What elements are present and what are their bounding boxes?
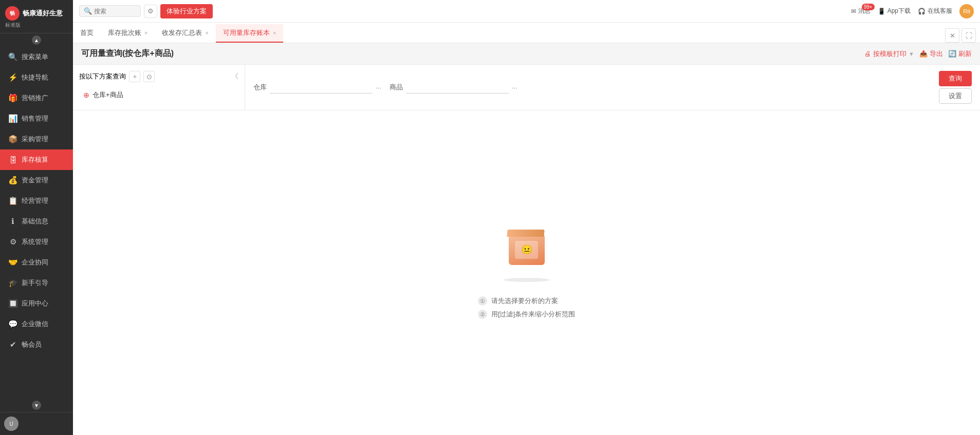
scheme-label: 按以下方案查询 (79, 72, 126, 81)
step-2-text: 用[过滤]条件来缩小分析范围 (491, 310, 575, 319)
scheme-item-label: 仓库+商品 (93, 90, 123, 100)
warehouse-label: 仓库 (253, 83, 267, 92)
sidebar-icon-3: 📊 (8, 114, 17, 123)
logo-icon: 畅 (5, 6, 20, 21)
empty-state: 😐 ① 请先选择要分析的方案 ② (73, 110, 980, 435)
sidebar-item-采购管理[interactable]: 📦 采购管理 (0, 129, 73, 149)
tab-可用量库存账本[interactable]: 可用量库存账本× (216, 24, 283, 43)
sidebar-label-3: 销售管理 (22, 114, 48, 123)
message-badge: 99+ (862, 4, 875, 10)
maximize-tab-btn[interactable]: ⛶ (961, 28, 976, 43)
sidebar-header: 畅 畅康通好生意 标准版 (0, 0, 73, 33)
collapse-icon[interactable]: 《 (231, 72, 238, 81)
top-bar-left: 🔍 ⚙ 体验行业方案 (79, 4, 847, 18)
export-icon: 📤 (919, 50, 928, 58)
sidebar-icon-0: 🔍 (8, 52, 17, 62)
robot-face: 😐 (515, 241, 538, 259)
sidebar-item-基础信息[interactable]: ℹ 基础信息 (0, 211, 73, 232)
scheme-item-icon: ⊕ (83, 91, 89, 99)
sidebar-label-14: 畅会员 (22, 340, 42, 349)
app-download-btn[interactable]: 📱 App下载 (878, 7, 911, 15)
search-box[interactable]: 🔍 (79, 5, 141, 17)
top-bar: 🔍 ⚙ 体验行业方案 ✉ 消息 99+ 📱 App下载 🎧 在线 (73, 0, 980, 23)
close-tab-btn[interactable]: ✕ (945, 28, 959, 43)
industry-btn[interactable]: 体验行业方案 (160, 4, 213, 18)
tab-close-1[interactable]: × (144, 30, 147, 36)
refresh-btn[interactable]: 🔄 刷新 (948, 49, 972, 59)
sidebar-icon-8: ℹ (8, 217, 17, 226)
tab-close-3[interactable]: × (273, 30, 276, 36)
setting-scheme-btn[interactable]: ⊙ (143, 71, 155, 82)
scheme-item-warehouse-product[interactable]: ⊕ 仓库+商品 (79, 87, 238, 103)
sidebar-label-0: 搜索菜单 (22, 52, 48, 62)
print-btn[interactable]: 🖨 按模板打印 ▼ (864, 49, 914, 59)
sidebar-item-库存核算[interactable]: 🗄 库存核算 (0, 149, 73, 170)
sidebar-item-营销推广[interactable]: 🎁 营销推广 (0, 88, 73, 108)
scheme-header: 按以下方案查询 ＋ ⊙ 《 (79, 71, 238, 82)
search-input[interactable] (94, 8, 135, 15)
sidebar-label-1: 快捷导航 (22, 73, 48, 82)
app-version: 标准版 (5, 22, 68, 29)
sidebar-item-销售管理[interactable]: 📊 销售管理 (0, 108, 73, 129)
message-icon: ✉ (851, 8, 856, 15)
product-input[interactable] (406, 81, 509, 93)
sidebar-item-应用中心[interactable]: 🔲 应用中心 (0, 293, 73, 314)
sidebar-item-新手引导[interactable]: 🎓 新手引导 (0, 273, 73, 293)
sidebar-icon-12: 🔲 (8, 299, 17, 308)
online-service-btn[interactable]: 🎧 在线客服 (918, 7, 952, 15)
query-fields-panel: 仓库 ··· 商品 ··· 查询 设置 (245, 65, 980, 110)
tab-库存批次账[interactable]: 库存批次账× (101, 24, 155, 43)
warehouse-field: 仓库 ··· (253, 81, 381, 93)
user-area[interactable]: Rit (959, 4, 974, 18)
sidebar-item-经营管理[interactable]: 📋 经营管理 (0, 191, 73, 211)
warehouse-input[interactable] (270, 81, 373, 93)
service-label: 在线客服 (928, 7, 952, 15)
product-label: 商品 (390, 83, 403, 92)
query-scheme-panel: 按以下方案查询 ＋ ⊙ 《 ⊕ 仓库+商品 (73, 65, 245, 110)
sidebar-label-6: 资金管理 (22, 176, 48, 185)
page-title: 可用量查询(按仓库+商品) (81, 48, 174, 59)
add-scheme-btn[interactable]: ＋ (129, 71, 140, 82)
sidebar-item-系统管理[interactable]: ⚙ 系统管理 (0, 232, 73, 252)
product-more-btn[interactable]: ··· (512, 84, 517, 91)
user-name: Rit (963, 8, 970, 14)
sidebar-item-资金管理[interactable]: 💰 资金管理 (0, 170, 73, 191)
empty-illustration: 😐 (496, 226, 558, 288)
scroll-up-btn[interactable]: ▲ (32, 35, 41, 45)
sidebar-icon-10: 🤝 (8, 258, 17, 267)
tab-label-0: 首页 (80, 28, 94, 37)
sidebar-item-搜索菜单[interactable]: 🔍 搜索菜单 (0, 47, 73, 67)
gear-icon[interactable]: ⚙ (144, 5, 157, 18)
sidebar-icon-7: 📋 (8, 196, 17, 205)
sidebar-label-2: 营销推广 (22, 93, 48, 103)
product-field: 商品 ··· (390, 81, 517, 93)
scroll-down-btn[interactable]: ▼ (32, 401, 41, 410)
tab-close-2[interactable]: × (205, 30, 208, 36)
sidebar-item-快捷导航[interactable]: ⚡ 快捷导航 (0, 67, 73, 88)
tab-首页[interactable]: 首页 (73, 24, 101, 43)
sidebar-label-7: 经营管理 (22, 196, 48, 205)
sidebar-label-4: 采购管理 (22, 135, 48, 144)
user-avatar: Rit (959, 4, 974, 18)
sidebar-icon-2: 🎁 (8, 93, 17, 103)
sidebar-icon-6: 💰 (8, 176, 17, 185)
sidebar-item-畅会员[interactable]: ✔ 畅会员 (0, 334, 73, 355)
chevron-down-icon[interactable]: ▼ (909, 51, 914, 57)
setting-btn[interactable]: 设置 (939, 88, 972, 104)
tab-bar-actions: ✕ ⛶ (941, 28, 980, 43)
sidebar-item-企业微信[interactable]: 💬 企业微信 (0, 314, 73, 334)
sidebar: 畅 畅康通好生意 标准版 ▲ 🔍 搜索菜单 ⚡ 快捷导航 🎁 营销推广 📊 销售… (0, 0, 73, 435)
export-btn[interactable]: 📤 导出 (919, 49, 943, 59)
sidebar-item-企业协同[interactable]: 🤝 企业协同 (0, 252, 73, 273)
print-label: 按模板打印 (873, 49, 907, 59)
query-fields-row: 仓库 ··· 商品 ··· 查询 设置 (253, 71, 972, 104)
warehouse-more-btn[interactable]: ··· (376, 84, 381, 91)
print-icon: 🖨 (864, 50, 871, 58)
sidebar-icon-4: 📦 (8, 135, 17, 144)
query-btn[interactable]: 查询 (939, 71, 972, 86)
sidebar-label-13: 企业微信 (22, 319, 48, 329)
tab-收发存汇总表[interactable]: 收发存汇总表× (155, 24, 215, 43)
tab-label-1: 库存批次账 (108, 28, 141, 37)
message-btn[interactable]: ✉ 消息 99+ (851, 7, 871, 15)
sidebar-label-5: 库存核算 (22, 155, 48, 164)
